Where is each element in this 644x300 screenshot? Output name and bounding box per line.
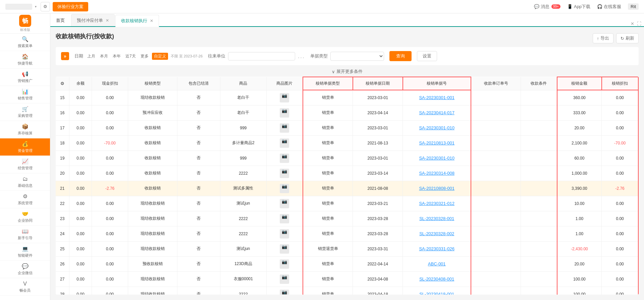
cell-cash-discount: 0.00 <box>92 90 128 105</box>
system-icon: ⚙ <box>23 193 28 200</box>
sidebar-item-collab[interactable]: 🤝 企业协同 <box>0 208 50 226</box>
cell-voucher-no[interactable]: SA-20230301-010 <box>403 120 471 135</box>
filter-expand-button[interactable]: » <box>61 52 69 60</box>
filter-date-label: 日期 <box>74 53 83 59</box>
tab-expand-icon[interactable]: ⛶ <box>637 21 641 26</box>
gear-button[interactable]: ⚙ <box>41 2 50 11</box>
hardware-icon: 💻 <box>22 246 29 252</box>
cell-voucher-no[interactable]: SL-20230328-002 <box>403 226 471 241</box>
tab-close-all-icon[interactable]: ✕ <box>631 21 634 26</box>
filter-partner-input[interactable] <box>228 52 295 60</box>
sidebar-item-nav[interactable]: 🏠 快捷导航 <box>0 51 50 69</box>
message-link[interactable]: 💬 消息 99+ <box>534 4 560 10</box>
message-badge: 99+ <box>551 4 560 9</box>
cell-balance: 0.00 <box>69 196 92 211</box>
cell-seq: 21 <box>56 181 69 196</box>
sidebar-item-search[interactable]: 🔍 搜索菜单 <box>0 34 50 51</box>
industry-button[interactable]: 休验行业方案 <box>53 2 88 11</box>
cell-seq: 18 <box>56 135 69 151</box>
filter-date-group: 日期 上月 本月 本年 近7天 更多 自定义 不限 至 2023-07-26 <box>74 53 203 60</box>
cell-goods-image: 📷 <box>266 120 303 135</box>
date-opt-7days[interactable]: 近7天 <box>124 53 137 60</box>
cell-voucher-no[interactable]: SL-20230418-001 <box>403 287 471 295</box>
sidebar-item-label: 新手引导 <box>18 235 33 241</box>
sidebar-item-label: 快捷导航 <box>18 61 33 66</box>
col-settings[interactable]: ⚙ <box>56 77 69 90</box>
expand-conditions[interactable]: ∨ 展开更多条件 <box>56 69 639 75</box>
date-opt-this-year[interactable]: 本年 <box>111 53 122 60</box>
operations-icon: 📈 <box>22 158 29 165</box>
tab-prepay[interactable]: 预付冲应付单 ✕ <box>71 14 115 26</box>
cell-voucher-no[interactable]: SA-20230301-010 <box>403 151 471 166</box>
cell-cash-discount: 0.00 <box>92 226 128 241</box>
cell-verify-discount: 0.00 <box>602 256 638 271</box>
cell-seq: 24 <box>56 226 69 241</box>
cell-receipt-condition <box>521 181 557 196</box>
header-actions: ↑ 导出 ↻ 刷新 <box>593 33 639 43</box>
user-name[interactable]: Rit <box>628 3 639 10</box>
sidebar-item-purchase[interactable]: 🛒 采购管理 <box>0 103 50 121</box>
cell-voucher-no[interactable]: SA-20230314-008 <box>403 166 471 181</box>
sidebar-item-operations[interactable]: 📈 经营管理 <box>0 156 50 173</box>
cell-voucher-no[interactable]: SA-20210813-001 <box>403 135 471 151</box>
company-dropdown-arrow[interactable]: ▾ <box>35 5 37 8</box>
cell-balance: 0.00 <box>69 256 92 271</box>
sidebar-item-label: 经营管理 <box>18 166 33 171</box>
cell-voucher-no[interactable]: SA-20230321-012 <box>403 196 471 211</box>
sidebar-item-basics[interactable]: 🗂 基础信息 <box>0 173 50 191</box>
cell-receipt-order-no <box>471 196 521 211</box>
cell-voucher-type: 销货单 <box>303 196 353 211</box>
cell-verify-amount: 360.00 <box>557 90 602 105</box>
cell-goods: 测试jun <box>220 196 266 211</box>
tab-verify[interactable]: 收款核销执行 ✕ <box>115 15 159 27</box>
cell-voucher-no[interactable]: ABC-001 <box>403 256 471 271</box>
sidebar-item-wechat[interactable]: 💬 企业微信 <box>0 261 50 278</box>
top-bar-left: 某某公司 ▾ ⚙ 休验行业方案 <box>5 2 88 11</box>
cell-include-cleared: 否 <box>177 211 220 226</box>
sidebar-item-system[interactable]: ⚙ 系统管理 <box>0 191 50 208</box>
sidebar-item-vip[interactable]: V 畅会员 <box>0 278 50 296</box>
cell-seq: 20 <box>56 166 69 181</box>
cell-voucher-type: 销货单 <box>303 271 353 287</box>
sidebar-item-guide[interactable]: 📖 新手引导 <box>0 226 50 243</box>
sidebar-item-finance[interactable]: 💰 资金管理 <box>0 138 50 156</box>
col-balance: 余额 <box>69 77 92 90</box>
query-button[interactable]: 查询 <box>389 51 412 61</box>
sidebar-item-sales[interactable]: 📊 销售管理 <box>0 86 50 103</box>
date-opt-more[interactable]: 更多 <box>139 53 150 60</box>
tab-prepay-close[interactable]: ✕ <box>106 18 109 23</box>
app-download-link[interactable]: 📱 App下载 <box>567 4 590 10</box>
date-opt-last-month[interactable]: 上月 <box>86 53 97 60</box>
tab-verify-close[interactable]: ✕ <box>150 18 153 23</box>
export-label: 导出 <box>600 35 609 41</box>
date-opt-this-month[interactable]: 本月 <box>99 53 109 60</box>
cell-include-cleared: 否 <box>177 90 220 105</box>
cell-goods: 测试多属性 <box>220 181 266 196</box>
cell-voucher-no[interactable]: SL-20230408-001 <box>403 271 471 287</box>
service-link[interactable]: 🎧 在线客服 <box>597 4 621 10</box>
col-verify-discount: 核销折扣 <box>602 77 638 90</box>
refresh-button[interactable]: ↻ 刷新 <box>616 33 639 43</box>
top-bar: 某某公司 ▾ ⚙ 休验行业方案 💬 消息 99+ 📱 App下载 🎧 在线客服 … <box>0 0 644 13</box>
cell-receipt-condition <box>521 135 557 151</box>
cell-voucher-no[interactable]: SA-20230331-026 <box>403 241 471 256</box>
filter-voucher-type-select[interactable] <box>330 52 384 61</box>
cell-voucher-no[interactable]: SA-20230414-017 <box>403 105 471 120</box>
cell-verify-amount: -2,430.00 <box>557 241 602 256</box>
cell-goods-image: 📷 <box>266 181 303 196</box>
cell-voucher-no[interactable]: SA-20230301-001 <box>403 90 471 105</box>
tab-prepay-label: 预付冲应付单 <box>77 17 103 24</box>
date-opt-custom[interactable]: 自定义 <box>152 53 168 60</box>
tab-home[interactable]: 首页 <box>50 14 70 26</box>
export-button[interactable]: ↑ 导出 <box>593 33 614 43</box>
sidebar-item-marketing[interactable]: 📢 营销推广 <box>0 69 50 86</box>
cell-voucher-no[interactable]: SA-20210808-001 <box>403 181 471 196</box>
table-wrapper[interactable]: ⚙ 余额 现金折扣 核销类型 包含已结清 商品 商品图片 核销单据类型 核销单据… <box>56 77 639 295</box>
logo-text: 标准版 <box>20 28 30 32</box>
cell-seq: 16 <box>56 105 69 120</box>
sidebar-item-inventory[interactable]: 📦 库存核算 <box>0 121 50 138</box>
settings-button[interactable]: 设置 <box>417 51 437 61</box>
sidebar-item-hardware[interactable]: 💻 智能硬件 <box>0 243 50 261</box>
company-name: 某某公司 <box>5 4 32 10</box>
cell-voucher-no[interactable]: SL-20230328-001 <box>403 211 471 226</box>
